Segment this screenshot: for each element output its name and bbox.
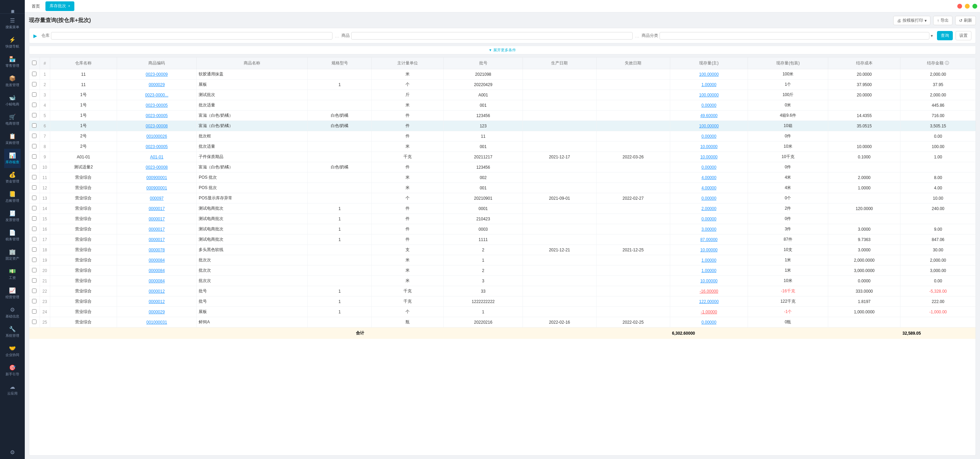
row-checkbox-8[interactable] — [29, 152, 40, 162]
sidebar-item-system[interactable]: 🔧 系统管理 — [4, 322, 21, 341]
row-qty-main-11[interactable]: 4.00000 — [670, 183, 748, 193]
sidebar-item-ops[interactable]: 📈 经营管理 — [4, 284, 21, 303]
row-check-11[interactable] — [32, 185, 37, 190]
sidebar-item-fixed-assets[interactable]: 🏢 固定资产 — [4, 245, 21, 265]
row-qty-main-8[interactable]: 10.00000 — [670, 152, 748, 162]
row-checkbox-16[interactable] — [29, 234, 40, 245]
row-code-13[interactable]: 0000017 — [117, 204, 197, 214]
topnav-active-tab[interactable]: 库存批次 × — [45, 2, 74, 11]
row-qty-main-4[interactable]: 49.60000 — [670, 110, 748, 121]
row-check-14[interactable] — [32, 216, 37, 221]
row-code-19[interactable]: 0000084 — [117, 266, 197, 276]
row-qty-main-17[interactable]: 10.00000 — [670, 245, 748, 255]
th-checkbox[interactable] — [29, 57, 40, 69]
sidebar-item-finance[interactable]: 💰 资金管理 — [4, 168, 21, 187]
sidebar-item-newguide[interactable]: 🎯 新手引导 — [4, 361, 21, 380]
row-code-1[interactable]: 0000029 — [117, 80, 197, 90]
sidebar-item-tax[interactable]: 📄 税务管理 — [4, 226, 21, 245]
sidebar-item-quicknav[interactable]: ⚡ 快捷导航 — [4, 33, 21, 53]
row-checkbox-0[interactable] — [29, 69, 40, 80]
row-code-9[interactable]: 0023-00008 — [117, 162, 197, 172]
warehouse-input[interactable] — [51, 32, 332, 40]
row-code-0[interactable]: 0023-00009 — [117, 69, 197, 80]
row-checkbox-10[interactable] — [29, 172, 40, 183]
sidebar-item-inventory[interactable]: 📊 库存核查 — [4, 149, 21, 168]
row-checkbox-6[interactable] — [29, 131, 40, 142]
window-max-btn[interactable] — [972, 4, 977, 9]
row-qty-main-16[interactable]: 87.00000 — [670, 234, 748, 245]
row-code-18[interactable]: 0000084 — [117, 255, 197, 266]
row-checkbox-13[interactable] — [29, 204, 40, 214]
sidebar-item-enterprise[interactable]: 🤝 企业协同 — [4, 341, 21, 361]
row-checkbox-22[interactable] — [29, 296, 40, 307]
sidebar-item-cloud[interactable]: ☁ 云应用 — [4, 380, 21, 399]
category-dropdown-icon[interactable]: ▾ — [931, 33, 933, 38]
export-button[interactable]: ↑ 导出 — [933, 16, 953, 25]
sidebar-item-invoice[interactable]: 🧾 发票管理 — [4, 207, 21, 226]
row-code-24[interactable]: 001000031 — [117, 317, 197, 327]
row-checkbox-21[interactable] — [29, 286, 40, 296]
sidebar-item-purchase[interactable]: 📋 采购管理 — [4, 129, 21, 149]
row-check-15[interactable] — [32, 226, 37, 231]
search-expand-arrow[interactable]: ▶ — [33, 33, 37, 38]
row-code-14[interactable]: 0000017 — [117, 214, 197, 224]
row-check-20[interactable] — [32, 278, 37, 283]
row-qty-main-10[interactable]: 4.00000 — [670, 172, 748, 183]
row-code-3[interactable]: 0023-00005 — [117, 100, 197, 110]
row-code-15[interactable]: 0000017 — [117, 224, 197, 234]
window-close-btn[interactable] — [957, 4, 962, 9]
row-check-2[interactable] — [32, 92, 37, 97]
row-checkbox-23[interactable] — [29, 307, 40, 317]
row-qty-main-14[interactable]: 0.00000 — [670, 214, 748, 224]
row-qty-main-12[interactable]: 0.00000 — [670, 193, 748, 204]
row-qty-main-1[interactable]: 1.00000 — [670, 80, 748, 90]
row-qty-main-3[interactable]: 0.00000 — [670, 100, 748, 110]
row-checkbox-2[interactable] — [29, 90, 40, 100]
sidebar-item-search[interactable]: ☰ 搜索菜单 — [4, 14, 21, 33]
row-code-17[interactable]: 0000078 — [117, 245, 197, 255]
sidebar-item-general[interactable]: 📒 总账管理 — [4, 187, 21, 207]
row-code-4[interactable]: 0023-00005 — [117, 110, 197, 121]
row-qty-main-9[interactable]: 0.00000 — [670, 162, 748, 172]
row-checkbox-11[interactable] — [29, 183, 40, 193]
row-check-21[interactable] — [32, 288, 37, 293]
row-code-21[interactable]: 0000012 — [117, 286, 197, 296]
settings-button[interactable]: 设置 — [956, 31, 971, 40]
row-qty-main-18[interactable]: 1.00000 — [670, 255, 748, 266]
row-check-0[interactable] — [32, 72, 37, 76]
row-checkbox-1[interactable] — [29, 80, 40, 90]
row-qty-main-23[interactable]: -1.00000 — [670, 307, 748, 317]
row-check-10[interactable] — [32, 175, 37, 179]
row-code-20[interactable]: 0000084 — [117, 276, 197, 286]
row-code-5[interactable]: 0023-00008 — [117, 121, 197, 131]
row-qty-main-7[interactable]: 10.00000 — [670, 142, 748, 152]
row-checkbox-12[interactable] — [29, 193, 40, 204]
row-code-22[interactable]: 0000012 — [117, 296, 197, 307]
row-qty-main-5[interactable]: 100.00000 — [670, 121, 748, 131]
window-min-btn[interactable] — [965, 4, 970, 9]
row-check-6[interactable] — [32, 134, 37, 138]
row-code-6[interactable]: 001000026 — [117, 131, 197, 142]
row-qty-main-13[interactable]: 2.00000 — [670, 204, 748, 214]
query-button[interactable]: 查询 — [937, 31, 953, 40]
row-check-22[interactable] — [32, 299, 37, 303]
row-checkbox-14[interactable] — [29, 214, 40, 224]
select-all-checkbox[interactable] — [32, 61, 37, 65]
category-input[interactable] — [660, 32, 929, 40]
row-qty-main-2[interactable]: 100.00000 — [670, 90, 748, 100]
row-check-8[interactable] — [32, 154, 37, 159]
row-check-24[interactable] — [32, 320, 37, 324]
row-check-12[interactable] — [32, 196, 37, 200]
sidebar-item-basic[interactable]: ⚙ 基础信息 — [4, 303, 21, 322]
sidebar-item-wholesale[interactable]: 📦 批发管理 — [4, 72, 21, 91]
row-checkbox-18[interactable] — [29, 255, 40, 266]
refresh-button[interactable]: ↺ 刷新 — [955, 16, 976, 25]
row-checkbox-20[interactable] — [29, 276, 40, 286]
row-checkbox-19[interactable] — [29, 266, 40, 276]
row-code-10[interactable]: 000900001 — [117, 172, 197, 183]
sidebar-item-payroll[interactable]: 💵 工资 — [4, 265, 21, 284]
sidebar-item-retail[interactable]: 🏪 零售管理 — [4, 53, 21, 72]
row-qty-main-22[interactable]: 122.00000 — [670, 296, 748, 307]
row-check-16[interactable] — [32, 237, 37, 241]
topnav-home[interactable]: 首页 — [27, 0, 44, 13]
